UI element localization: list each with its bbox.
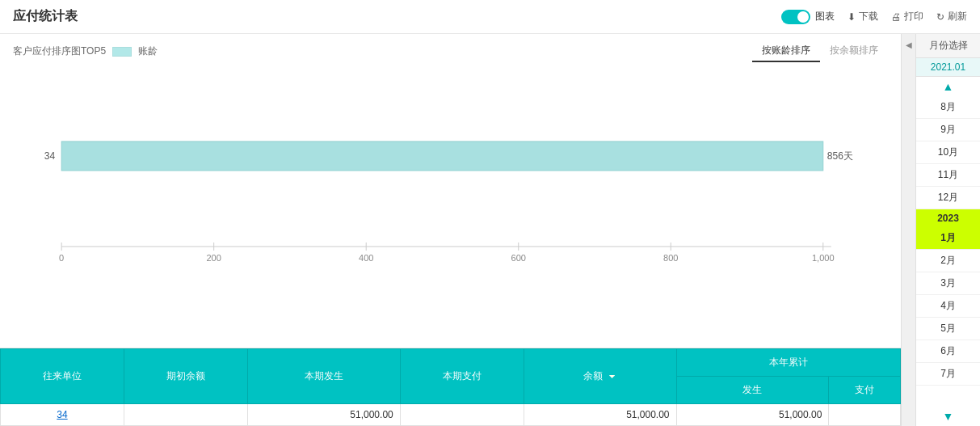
sort-tab-balance[interactable]: 按余额排序	[820, 40, 888, 62]
th-ytd: 本年累计	[676, 349, 900, 377]
chart-area: 客户应付排序图TOP5 账龄 按账龄排序 按余额排序 34	[0, 34, 901, 426]
cell-current-occur: 51,000.00	[247, 404, 400, 426]
print-icon: 🖨	[891, 11, 901, 23]
refresh-button[interactable]: ↻ 刷新	[936, 10, 967, 23]
svg-text:600: 600	[511, 253, 526, 263]
download-icon: ⬇	[848, 11, 856, 23]
th-balance: 余额 ⏷	[524, 349, 676, 404]
th-incoming: 往来单位	[1, 349, 124, 404]
sidebar-year: 2021.01	[916, 58, 980, 77]
cell-unit: 34	[1, 404, 124, 426]
svg-text:856天: 856天	[827, 150, 853, 162]
th-ytd-occur: 发生	[676, 377, 829, 404]
sidebar-months-list: 8月9月10月11月12月20231月2月3月4月5月6月7月	[916, 96, 980, 407]
chart-toggle[interactable]	[781, 10, 810, 24]
chart-toggle-wrap[interactable]: 图表	[781, 10, 835, 24]
table-area: 往来单位 期初余额 本期发生 本期支付 余额 ⏷ 本年累计 发生	[0, 348, 901, 426]
sidebar-down-arrow[interactable]: ▼	[916, 407, 980, 426]
cell-ytd-occur: 51,000.00	[676, 404, 829, 426]
page-title: 应付统计表	[13, 8, 78, 25]
chart-legend: 客户应付排序图TOP5 账龄	[13, 44, 158, 58]
download-button[interactable]: ⬇ 下载	[848, 10, 878, 23]
legend-label: 客户应付排序图TOP5	[13, 44, 106, 58]
sidebar-month-item[interactable]: 11月	[916, 164, 980, 187]
app-header: 应付统计表 图表 ⬇ 下载 🖨 打印 ↻ 刷新	[0, 0, 980, 34]
print-button[interactable]: 🖨 打印	[891, 10, 923, 23]
svg-text:34: 34	[44, 150, 56, 162]
refresh-icon: ↻	[936, 11, 944, 23]
unit-link[interactable]: 34	[57, 409, 67, 420]
sidebar-month-header: 月份选择	[916, 34, 980, 58]
svg-text:0: 0	[59, 253, 64, 263]
refresh-label: 刷新	[948, 10, 967, 23]
sidebar-month-item[interactable]: 7月	[916, 363, 980, 386]
sidebar-month-item[interactable]: 10月	[916, 141, 980, 164]
cell-ytd-pay	[829, 404, 901, 426]
chart-sort-tabs: 按账龄排序 按余额排序	[752, 40, 888, 62]
svg-text:1,000: 1,000	[812, 253, 835, 263]
toggle-label: 图表	[815, 10, 835, 23]
th-current-pay: 本期支付	[400, 349, 524, 404]
svg-text:200: 200	[206, 253, 221, 263]
sidebar-month-item[interactable]: 6月	[916, 340, 980, 363]
sidebar-month-item[interactable]: 8月	[916, 96, 980, 119]
bar-chart-svg: 34 0 200 400 600 800 1,000	[13, 69, 888, 295]
download-label: 下载	[859, 10, 878, 23]
sidebar-month-item[interactable]: 9月	[916, 119, 980, 141]
sidebar-month-item[interactable]: 12月	[916, 187, 980, 209]
main-content: 客户应付排序图TOP5 账龄 按账龄排序 按余额排序 34	[0, 34, 980, 426]
sidebar-collapse-btn[interactable]: ◀	[901, 34, 915, 426]
sidebar-month-item[interactable]: 1月	[916, 227, 980, 250]
balance-icon: ⏷	[608, 372, 616, 381]
legend-box	[112, 47, 132, 57]
print-label: 打印	[904, 10, 923, 23]
sidebar-month-item[interactable]: 4月	[916, 295, 980, 318]
svg-text:400: 400	[359, 253, 373, 263]
collapse-icon: ◀	[906, 40, 912, 49]
sort-tab-age[interactable]: 按账龄排序	[752, 40, 820, 62]
chart-header: 客户应付排序图TOP5 账龄 按账龄排序 按余额排序	[0, 34, 901, 69]
header-actions: 图表 ⬇ 下载 🖨 打印 ↻ 刷新	[781, 10, 967, 24]
th-ytd-pay: 支付	[829, 377, 901, 404]
legend-box-label: 账龄	[138, 44, 158, 58]
sidebar-month-item[interactable]: 3月	[916, 272, 980, 295]
toggle-knob	[797, 11, 809, 23]
th-opening: 期初余额	[124, 349, 247, 404]
chart-body: 34 0 200 400 600 800 1,000	[0, 69, 901, 348]
data-table: 往来单位 期初余额 本期发生 本期支付 余额 ⏷ 本年累计 发生	[0, 348, 901, 426]
sidebar-year-2023: 2023	[916, 209, 980, 227]
th-current-occur: 本期发生	[247, 349, 400, 404]
sidebar-up-arrow[interactable]: ▲	[916, 77, 980, 96]
sidebar-month-item[interactable]: 5月	[916, 318, 980, 340]
sidebar-month-item[interactable]: 2月	[916, 250, 980, 272]
svg-text:800: 800	[663, 253, 678, 263]
cell-balance: 51,000.00	[524, 404, 676, 426]
svg-rect-0	[61, 141, 823, 171]
sidebar: 月份选择 2021.01 ▲ 8月9月10月11月12月20231月2月3月4月…	[915, 34, 980, 426]
cell-current-pay	[400, 404, 524, 426]
cell-opening	[124, 404, 247, 426]
table-row: 34 51,000.00 51,000.00 51,000.00	[1, 404, 901, 426]
